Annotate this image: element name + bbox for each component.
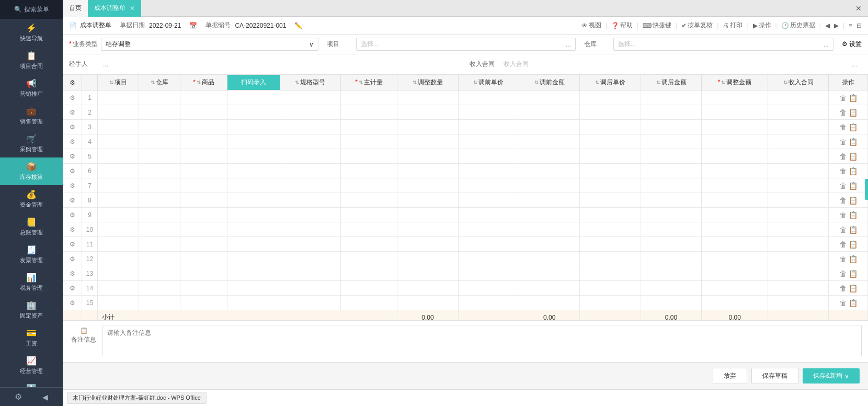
row-goods[interactable] <box>180 252 227 266</box>
row-pre-unit-price[interactable] <box>458 120 519 134</box>
table-header-scan[interactable]: 扫码录入 <box>227 75 280 91</box>
row-income-contract[interactable] <box>768 105 829 120</box>
row-goods[interactable] <box>180 178 227 193</box>
row-income-contract[interactable] <box>768 193 829 208</box>
row-pre-unit-price[interactable] <box>458 178 519 193</box>
sidebar-item-basic-info[interactable]: ℹ️ 基础信息 <box>0 379 63 387</box>
row-warehouse[interactable] <box>139 208 180 222</box>
row-scan[interactable] <box>227 237 280 252</box>
row-project[interactable] <box>98 120 139 134</box>
row-income-contract[interactable] <box>768 296 829 310</box>
copy-row-icon[interactable]: 📋 <box>849 167 858 175</box>
row-goods[interactable] <box>180 134 227 149</box>
delete-row-icon[interactable]: 🗑 <box>839 225 847 234</box>
row-adj-amount[interactable] <box>702 281 768 296</box>
row-gear[interactable]: ⚙ <box>63 178 82 193</box>
row-unit[interactable] <box>341 178 397 193</box>
row-adj-qty[interactable] <box>397 178 458 193</box>
row-income-contract[interactable] <box>768 208 829 222</box>
row-project[interactable] <box>98 164 139 178</box>
row-project[interactable] <box>98 222 139 237</box>
row-adj-qty[interactable] <box>397 193 458 208</box>
delete-row-icon[interactable]: 🗑 <box>839 138 847 146</box>
row-unit[interactable] <box>341 134 397 149</box>
row-scan[interactable] <box>227 222 280 237</box>
row-scan[interactable] <box>227 266 280 281</box>
row-income-contract[interactable] <box>768 120 829 134</box>
delete-row-icon[interactable]: 🗑 <box>839 182 847 190</box>
sidebar-item-sales-promo[interactable]: 📢 营销推广 <box>0 74 63 102</box>
table-header-warehouse[interactable]: ⇅仓库 <box>139 75 180 91</box>
row-post-unit-price[interactable] <box>580 149 641 164</box>
row-unit[interactable] <box>341 193 397 208</box>
row-unit[interactable] <box>341 266 397 281</box>
table-header-spec[interactable]: ⇅规格型号 <box>280 75 340 91</box>
table-header-pre-unit-price[interactable]: ⇅调前单价 <box>458 75 519 91</box>
table-header-pre-amount[interactable]: ⇅调前金额 <box>519 75 580 91</box>
row-adj-amount[interactable] <box>702 149 768 164</box>
row-pre-amount[interactable] <box>519 266 580 281</box>
row-adj-amount[interactable] <box>702 208 768 222</box>
row-spec[interactable] <box>280 120 340 134</box>
income-contract-input[interactable]: 收入合同 ... <box>499 58 862 71</box>
sidebar-search-bar[interactable]: 🔍 搜索菜单 <box>0 0 63 19</box>
row-post-unit-price[interactable] <box>580 134 641 149</box>
sidebar-item-purchase-mgmt[interactable]: 🛒 采购管理 <box>0 130 63 157</box>
action-help[interactable]: ❓ 帮助 <box>611 21 633 30</box>
row-adj-amount[interactable] <box>702 91 768 105</box>
row-scan[interactable] <box>227 252 280 266</box>
row-gear[interactable]: ⚙ <box>63 120 82 134</box>
row-pre-unit-price[interactable] <box>458 237 519 252</box>
row-post-amount[interactable] <box>641 178 701 193</box>
row-post-amount[interactable] <box>641 296 701 310</box>
row-post-amount[interactable] <box>641 222 701 237</box>
row-adj-qty[interactable] <box>397 120 458 134</box>
row-adj-amount[interactable] <box>702 222 768 237</box>
delete-row-icon[interactable]: 🗑 <box>839 167 847 175</box>
row-spec[interactable] <box>280 105 340 120</box>
row-scan[interactable] <box>227 281 280 296</box>
taskbar-wps-item[interactable]: 木门行业好业财处理方案-聂虹红.doc - WPS Office <box>67 392 207 404</box>
save-new-button[interactable]: 保存&新增 ∨ <box>803 368 860 384</box>
row-pre-amount[interactable] <box>519 164 580 178</box>
row-goods[interactable] <box>180 105 227 120</box>
row-adj-qty[interactable] <box>397 266 458 281</box>
delete-row-icon[interactable]: 🗑 <box>839 240 847 249</box>
row-adj-qty[interactable] <box>397 91 458 105</box>
row-gear[interactable]: ⚙ <box>63 222 82 237</box>
row-pre-amount[interactable] <box>519 105 580 120</box>
row-adj-amount[interactable] <box>702 105 768 120</box>
row-adj-qty[interactable] <box>397 281 458 296</box>
row-spec[interactable] <box>280 164 340 178</box>
sidebar-item-tax-mgmt[interactable]: 📊 税务管理 <box>0 268 63 296</box>
handler-input[interactable]: ... <box>98 59 461 70</box>
row-spec[interactable] <box>280 193 340 208</box>
row-adj-qty[interactable] <box>397 237 458 252</box>
row-post-amount[interactable] <box>641 208 701 222</box>
tab-close-icon[interactable]: ✕ <box>130 5 135 12</box>
row-warehouse[interactable] <box>139 164 180 178</box>
table-header-goods[interactable]: ⇅商品 <box>180 75 227 91</box>
copy-row-icon[interactable]: 📋 <box>849 255 858 263</box>
number-edit-icon[interactable]: ✏️ <box>294 22 302 29</box>
copy-row-icon[interactable]: 📋 <box>849 152 858 161</box>
sidebar-item-ledger-mgmt[interactable]: 📒 总账管理 <box>0 213 63 241</box>
row-project[interactable] <box>98 91 139 105</box>
row-adj-qty[interactable] <box>397 296 458 310</box>
row-post-amount[interactable] <box>641 149 701 164</box>
row-pre-unit-price[interactable] <box>458 91 519 105</box>
tab-home[interactable]: 首页 <box>63 0 88 17</box>
row-post-amount[interactable] <box>641 281 701 296</box>
row-post-amount[interactable] <box>641 237 701 252</box>
row-pre-unit-price[interactable] <box>458 252 519 266</box>
row-warehouse[interactable] <box>139 281 180 296</box>
action-history[interactable]: 🕐 历史票据 <box>781 21 815 30</box>
row-post-unit-price[interactable] <box>580 252 641 266</box>
action-review[interactable]: ✔ 按单复核 <box>681 21 713 30</box>
row-post-unit-price[interactable] <box>580 178 641 193</box>
table-header-adj-amount[interactable]: ⇅调整金额 <box>702 75 768 91</box>
delete-row-icon[interactable]: 🗑 <box>839 196 847 205</box>
action-view[interactable]: 👁 视图 <box>581 21 601 30</box>
income-contract-dots[interactable]: ... <box>852 61 857 68</box>
row-income-contract[interactable] <box>768 164 829 178</box>
